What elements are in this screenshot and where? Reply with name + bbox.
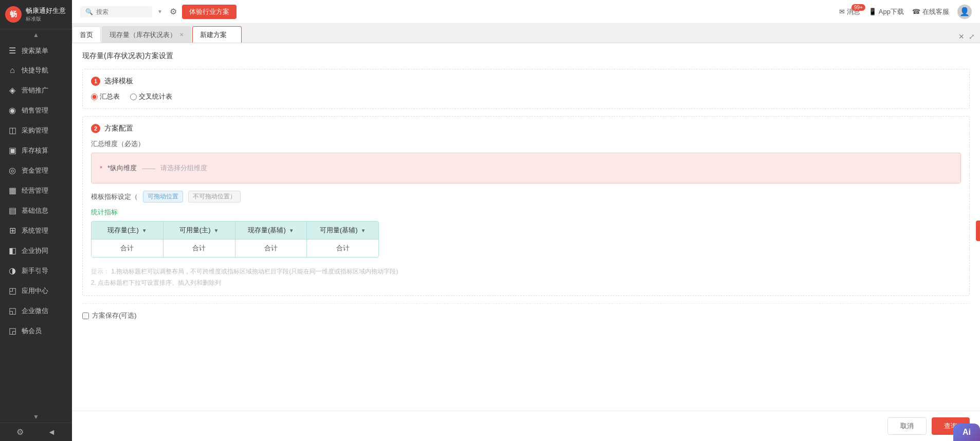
sidebar-item-member[interactable]: ◲ 畅会员 — [0, 321, 72, 341]
tab-new-close[interactable]: ✕ — [230, 32, 234, 38]
wechat-icon: ◱ — [7, 306, 17, 316]
cancel-button[interactable]: 取消 — [887, 417, 927, 435]
section2-num: 2 — [91, 124, 100, 133]
trial-btn[interactable]: 体验行业方案 — [182, 5, 237, 19]
col2-header[interactable]: 可用量(主) ▼ — [164, 222, 235, 240]
tips-section: 提示： 1.拖动标题栏可以调整布局，不可跨维度或指标区域拖动栏目字段(只能在同一… — [91, 266, 961, 288]
audio-icon[interactable]: ◄ — [48, 428, 56, 437]
dim-label: 汇总维度（必选） — [91, 139, 961, 149]
tips-item2: 2. 点击标题栏下拉可设置排序、插入列和删除列 — [91, 279, 221, 286]
tab-inventory-status[interactable]: 现存量（库存状况表） ✕ — [102, 26, 191, 43]
avatar[interactable]: 👤 — [957, 5, 972, 19]
app-edition: 标准版 — [26, 15, 66, 22]
radio-cross[interactable]: 交叉统计表 — [130, 92, 172, 101]
sidebar-item-finance[interactable]: ◎ 资金管理 — [0, 160, 72, 180]
tab-home-label: 首页 — [80, 30, 93, 40]
settings-bottom-icon[interactable]: ⚙ — [16, 427, 24, 437]
sidebar-item-label: 新手引导 — [22, 266, 48, 275]
col1-body: 合计 — [92, 240, 163, 257]
sidebar-item-purchase[interactable]: ◫ 采购管理 — [0, 120, 72, 140]
sidebar-item-label: 库存核算 — [22, 146, 48, 155]
service-label: 在线客服 — [922, 7, 949, 16]
sidebar-item-quick-nav[interactable]: ⌂ 快捷导航 — [0, 61, 72, 80]
box-icon: ▣ — [7, 145, 17, 155]
main-area: 🔍 ▼ ⚙ 体验行业方案 ✉ 消息 99+ 📱 App下载 ☎ 在线客服 👤 — [72, 0, 980, 441]
draggable-badge: 可拖动位置 — [143, 191, 183, 203]
col4-header[interactable]: 可用量(基辅) ▼ — [307, 222, 378, 240]
undraggable-badge: 不可拖动位置） — [188, 191, 241, 203]
sidebar-item-wechat[interactable]: ◱ 企业微信 — [0, 301, 72, 321]
sidebar-item-label: 系统管理 — [22, 226, 48, 235]
content-area: 现存量(库存状况表)方案设置 1 选择模板 汇总表 交叉统计表 — [72, 43, 980, 411]
app-label: App下载 — [879, 7, 904, 16]
tab-new-scheme[interactable]: 新建方案 ✕ — [192, 26, 242, 43]
stats-col-4: 可用量(基辅) ▼ 合计 — [307, 222, 378, 257]
tab-home[interactable]: 首页 — [72, 26, 101, 43]
topbar-search-box[interactable]: 🔍 — [80, 6, 152, 17]
col3-header[interactable]: 现存量(基辅) ▼ — [235, 222, 307, 240]
tab-actions: ✕ ⤢ — [958, 32, 980, 43]
col1-chevron-icon[interactable]: ▼ — [142, 228, 147, 233]
footer-buttons: 取消 查询 — [72, 411, 980, 441]
settings-icon[interactable]: ⚙ — [170, 7, 177, 16]
col1-header[interactable]: 现存量(主) ▼ — [92, 222, 163, 240]
col3-label: 现存量(基辅) — [248, 226, 286, 235]
col4-chevron-icon[interactable]: ▼ — [361, 228, 366, 233]
search-input[interactable] — [96, 8, 142, 15]
radio-cross-input[interactable] — [130, 94, 137, 100]
indicator-label: 模板指标设定（ — [91, 192, 138, 201]
radio-summary[interactable]: 汇总表 — [91, 92, 120, 101]
right-scroll-indicator — [976, 220, 980, 241]
sidebar-item-operations[interactable]: ▦ 经营管理 — [0, 180, 72, 200]
dim-box: * *纵向维度 —— 请选择分组维度 — [91, 153, 961, 183]
tab-inventory-close[interactable]: ✕ — [179, 32, 184, 38]
stats-table-header: 现存量(主) ▼ 合计 可用量(主) ▼ 合计 — [92, 222, 378, 257]
section1-header: 1 选择模板 — [91, 77, 961, 86]
contract-icon: ◧ — [7, 246, 17, 255]
radio-summary-input[interactable] — [91, 94, 98, 100]
radio-summary-label: 汇总表 — [100, 92, 120, 101]
expand-icon[interactable]: ⤢ — [969, 32, 975, 41]
chart-icon: ▦ — [7, 186, 17, 195]
sidebar-item-new-guide[interactable]: ◑ 新手引导 — [0, 261, 72, 281]
col2-label: 可用量(主) — [179, 226, 211, 235]
scroll-up-arrow[interactable]: ▲ — [33, 31, 39, 39]
radio-cross-label: 交叉统计表 — [139, 92, 172, 101]
sidebar-item-app-center[interactable]: ◰ 应用中心 — [0, 281, 72, 301]
cart-icon: ◫ — [7, 125, 17, 135]
search-chevron-icon[interactable]: ▼ — [157, 9, 162, 14]
scroll-down-arrow[interactable]: ▼ — [33, 413, 39, 420]
sidebar-item-inventory[interactable]: ▣ 库存核算 — [0, 140, 72, 160]
sidebar-item-label: 企业协同 — [22, 246, 48, 255]
ai-float-button[interactable]: Ai — [953, 424, 980, 441]
search-icon: 🔍 — [85, 8, 93, 15]
indicator-settings: 模板指标设定（ 可拖动位置 不可拖动位置） — [91, 191, 961, 203]
save-option: 方案保存(可选) — [82, 311, 970, 320]
sidebar-item-sales[interactable]: ◉ 销售管理 — [0, 100, 72, 120]
message-badge: 99+ — [851, 4, 865, 11]
topbar: 🔍 ▼ ⚙ 体验行业方案 ✉ 消息 99+ 📱 App下载 ☎ 在线客服 👤 — [72, 0, 980, 24]
online-service-btn[interactable]: ☎ 在线客服 — [912, 7, 949, 16]
sidebar-item-search-menu[interactable]: ☰ 搜索菜单 — [0, 41, 72, 61]
col3-chevron-icon[interactable]: ▼ — [289, 228, 294, 233]
page-title: 现存量(库存状况表)方案设置 — [82, 51, 970, 61]
sidebar-item-marketing[interactable]: ◈ 营销推广 — [0, 80, 72, 100]
stats-col-1: 现存量(主) ▼ 合计 — [92, 222, 164, 257]
gift-icon: ◈ — [7, 85, 17, 95]
sidebar-item-basic-info[interactable]: ▤ 基础信息 — [0, 200, 72, 220]
money-icon: ◎ — [7, 166, 17, 175]
sidebar-item-contract[interactable]: ◧ 企业协同 — [0, 241, 72, 261]
dim-vertical-label: *纵向维度 — [107, 163, 137, 173]
save-checkbox[interactable] — [82, 313, 89, 319]
sidebar-item-system[interactable]: ⊞ 系统管理 — [0, 220, 72, 241]
col2-chevron-icon[interactable]: ▼ — [214, 228, 219, 233]
topbar-right: ✉ 消息 99+ 📱 App下载 ☎ 在线客服 👤 — [839, 5, 972, 19]
message-btn[interactable]: ✉ 消息 99+ — [839, 7, 860, 16]
app-download-btn[interactable]: 📱 App下载 — [868, 7, 904, 16]
stats-col-3: 现存量(基辅) ▼ 合计 — [235, 222, 307, 257]
avatar-icon: 👤 — [959, 7, 970, 16]
close-panel-icon[interactable]: ✕ — [958, 32, 965, 41]
template-radio-group: 汇总表 交叉统计表 — [91, 92, 961, 101]
sales-icon: ◉ — [7, 105, 17, 115]
sidebar-bottom: ⚙ ◄ — [0, 422, 72, 441]
